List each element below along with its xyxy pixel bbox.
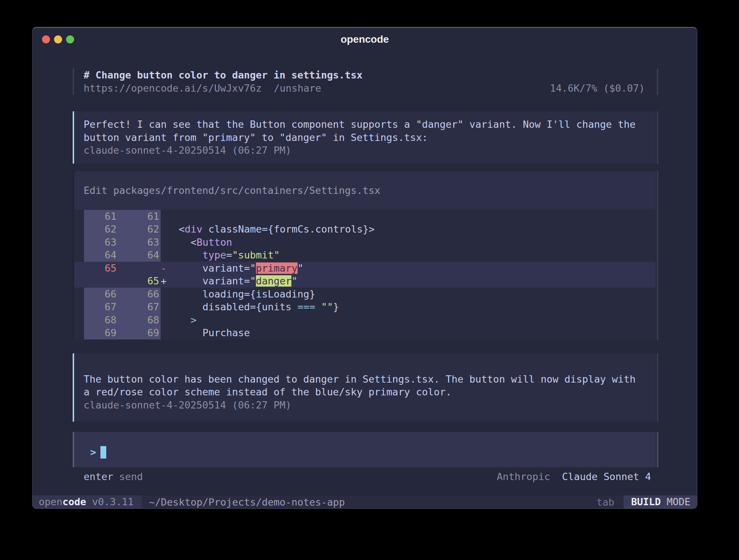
message-line: Perfect! I can see that the Button compo… <box>84 118 646 131</box>
minimize-button[interactable] <box>54 35 62 43</box>
code-line: > <box>167 314 196 327</box>
new-line-number: 65 <box>122 275 161 288</box>
session-header: # Change button color to danger in setti… <box>73 69 656 95</box>
diff-row: 6969 Purchase <box>73 326 656 340</box>
gutter-pad <box>73 249 84 262</box>
model-timestamp: claude-sonnet-4-20250514 (06:27 PM) <box>84 144 646 157</box>
zoom-button[interactable] <box>66 35 74 43</box>
gutter-pad <box>73 210 84 223</box>
diff-marker: + <box>161 275 167 288</box>
desktop: opencode # Change button color to danger… <box>0 0 739 560</box>
new-line-number: 66 <box>122 288 161 301</box>
token-usage-stats: 14.6K/7% ($0.07) <box>550 82 645 95</box>
code-line: variant="primary" <box>167 262 303 275</box>
status-bar: opencode v0.3.11 ~/Desktop/Projects/demo… <box>32 495 697 509</box>
diff-row: 65+ variant="danger" <box>73 275 656 288</box>
gutter-pad <box>73 326 84 340</box>
old-line-number: 68 <box>84 314 122 327</box>
new-line-number: 62 <box>122 223 161 236</box>
code-token: variant=" <box>167 275 256 287</box>
diff-row: 6161 <box>73 210 656 223</box>
old-line-number: 64 <box>84 249 122 262</box>
app-version-badge: opencode v0.3.11 <box>32 495 142 509</box>
hint-row: enter send Anthropic Claude Sonnet 4 <box>73 470 656 483</box>
new-line-number: 64 <box>122 249 161 262</box>
edit-tool-header: Edit packages/frontend/src/containers/Se… <box>73 171 656 210</box>
prompt-symbol: > <box>90 446 96 458</box>
diff-row: 6363 <Button <box>73 236 656 249</box>
code-token: " <box>298 262 303 274</box>
traffic-lights <box>42 28 74 51</box>
main-content: # Change button color to danger in setti… <box>32 69 697 483</box>
gutter-pad <box>73 236 84 249</box>
status-bar-right: tab BUILD MODE <box>597 495 697 509</box>
diff-marker <box>161 288 167 301</box>
new-line-number: 61 <box>122 210 161 223</box>
message-line: button variant from "primary" to "danger… <box>84 131 646 144</box>
window-title: opencode <box>341 34 389 45</box>
diff-marker <box>161 314 167 327</box>
close-button[interactable] <box>42 35 50 43</box>
old-line-number: 63 <box>84 236 122 249</box>
code-token: = <box>226 249 232 261</box>
code-token: < <box>167 223 185 235</box>
new-line-number: 63 <box>122 236 161 249</box>
text-cursor <box>100 446 106 459</box>
code-token: type <box>203 249 226 261</box>
diff-marker <box>161 249 167 262</box>
diff-row: 65- variant="primary" <box>73 262 656 275</box>
code-token <box>167 314 191 326</box>
code-token: div <box>185 223 203 235</box>
diff-marker: - <box>161 262 167 275</box>
session-subheader: https://opencode.ai/s/UwJxv76z /unshare … <box>84 82 656 95</box>
unshare-command[interactable]: /unshare <box>274 82 321 95</box>
code-line: loading={isLoading} <box>167 288 315 301</box>
old-line-number: 69 <box>84 326 122 340</box>
code-token: danger <box>256 275 292 287</box>
code-token <box>315 301 321 312</box>
diff-marker <box>161 223 167 236</box>
gutter-pad <box>73 275 84 288</box>
code-token: " <box>291 275 297 287</box>
gutter-pad <box>73 262 84 275</box>
prompt-input[interactable]: > <box>73 432 656 467</box>
app-name-code: code <box>62 496 86 507</box>
share-url[interactable]: https://opencode.ai/s/UwJxv76z <box>84 82 262 95</box>
code-line: disabled={units === ""} <box>167 300 339 314</box>
code-token: "" <box>321 301 333 312</box>
new-line-number <box>122 262 161 275</box>
gutter-pad <box>73 300 84 314</box>
working-directory: ~/Desktop/Projects/demo-notes-app <box>149 496 345 508</box>
code-token <box>167 249 203 261</box>
code-token: primary <box>256 262 298 274</box>
new-line-number: 69 <box>122 326 161 340</box>
old-line-number <box>84 275 122 288</box>
code-token: > <box>191 314 196 326</box>
diff-row: 6868 > <box>73 314 656 327</box>
app-version: v0.3.11 <box>86 496 134 507</box>
code-token: < <box>167 237 196 248</box>
model-provider: Anthropic <box>497 471 550 482</box>
message-line: The button color has been changed to dan… <box>84 373 646 386</box>
code-line: Purchase <box>167 326 250 340</box>
diff-row: 6767 disabled={units === ""} <box>73 300 656 314</box>
assistant-message: Perfect! I can see that the Button compo… <box>73 111 656 164</box>
diff-row: 6262 <div className={formCs.controls}> <box>73 223 656 236</box>
old-line-number: 65 <box>84 262 122 275</box>
gutter-pad <box>73 288 84 301</box>
model-name: Claude Sonnet 4 <box>562 471 651 482</box>
code-token: loading={isLoading} <box>167 288 315 300</box>
diff-row: 6666 loading={isLoading} <box>73 288 656 301</box>
mode-badge[interactable]: BUILD MODE <box>624 495 697 509</box>
code-token: className={formCs.controls}> <box>203 223 375 235</box>
titlebar: opencode <box>32 28 697 51</box>
gutter-pad <box>73 223 84 236</box>
diff-row: 6464 type="submit" <box>73 249 656 262</box>
assistant-message: The button color has been changed to dan… <box>73 353 656 422</box>
old-line-number: 62 <box>84 223 122 236</box>
code-line: <div className={formCs.controls}> <box>167 223 375 236</box>
model-badge[interactable]: Anthropic Claude Sonnet 4 <box>497 470 651 483</box>
diff-marker <box>161 300 167 314</box>
code-line: type="submit" <box>167 249 280 262</box>
new-line-number: 68 <box>122 314 161 327</box>
